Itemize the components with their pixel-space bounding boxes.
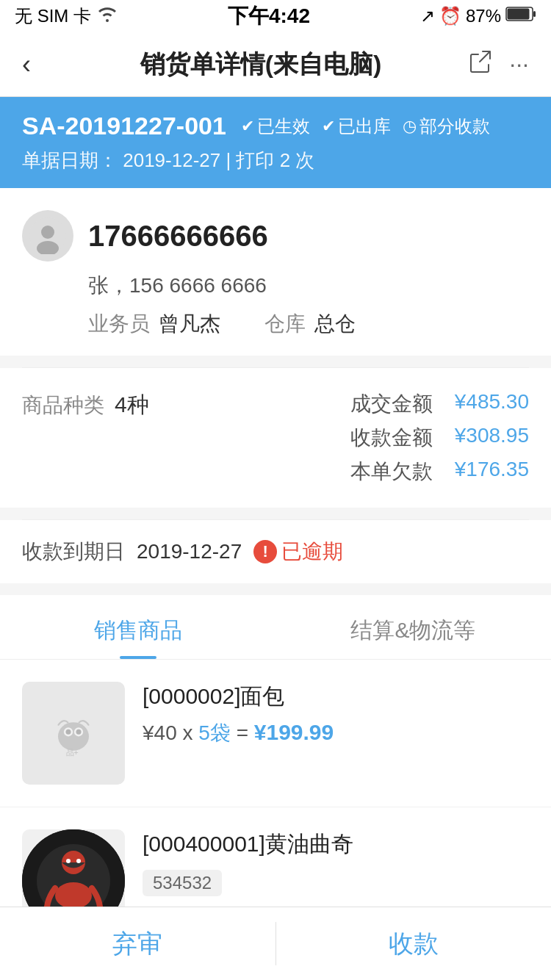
customer-phone: 17666666666 (88, 220, 268, 253)
clock-icon: ◷ (403, 117, 417, 136)
salesperson-value: 曾凡杰 (159, 310, 220, 338)
received-label: 收款金额 (350, 424, 433, 452)
warehouse-value: 总仓 (314, 310, 356, 338)
nav-bar: ‹ 销货单详情(来自电脑) ··· (0, 32, 551, 97)
status-bar-time: 下午4:42 (228, 2, 310, 30)
product-equals-1: = (237, 721, 254, 744)
overdue-icon: ! (253, 540, 277, 563)
back-button[interactable]: ‹ (22, 49, 66, 80)
tab-settlement[interactable]: 结算&物流等 (276, 595, 551, 659)
warehouse-label: 仓库 (264, 310, 306, 338)
svg-point-9 (66, 729, 71, 735)
svg-point-15 (55, 882, 92, 909)
due-date: 2019-12-27 (137, 540, 242, 563)
print-label: | 打印 (226, 149, 274, 171)
product-type-count: 商品种类 4种 (22, 390, 149, 420)
status-bar: 无 SIM 卡 下午4:42 ↗ ⏰ 87% (0, 0, 551, 32)
nav-actions: ··· (455, 48, 529, 81)
table-row: 品+ [0000002]面包 ¥40 x 5袋 = ¥199.99 (0, 660, 551, 807)
badge-effective: ✔ 已生效 (241, 115, 310, 138)
tabs-section: 销售商品 结算&物流等 (0, 595, 551, 660)
date-label: 单据日期： (22, 149, 118, 171)
status-bar-left: 无 SIM 卡 (15, 4, 118, 28)
product-details-1: [0000002]面包 ¥40 x 5袋 = ¥199.99 (143, 682, 529, 747)
tabs-row: 销售商品 结算&物流等 (0, 595, 551, 659)
badge-effective-label: 已生效 (257, 115, 310, 138)
overdue-badge: ! 已逾期 (253, 538, 343, 566)
received-value: ¥308.95 (455, 424, 529, 452)
check-icon-1: ✔ (241, 117, 254, 136)
transaction-value: ¥485.30 (455, 390, 529, 418)
stats-section: 商品种类 4种 成交金额 ¥485.30 收款金额 ¥308.95 本单欠款 ¥… (0, 368, 551, 508)
outstanding-amount: 本单欠款 ¥176.35 (350, 458, 529, 486)
date-value: 2019-12-27 (123, 149, 220, 171)
product-name-1: [0000002]面包 (143, 682, 529, 712)
svg-rect-2 (507, 9, 529, 20)
product-image-1: 品+ (22, 682, 125, 785)
financial-stats: 成交金额 ¥485.30 收款金额 ¥308.95 本单欠款 ¥176.35 (350, 390, 529, 486)
share-icon[interactable] (468, 48, 494, 81)
transaction-amount: 成交金额 ¥485.30 (350, 390, 529, 418)
warehouse-item: 仓库 总仓 (264, 310, 356, 338)
svg-point-16 (66, 859, 71, 863)
due-label: 收款到期日 (22, 538, 125, 566)
overdue-text: 已逾期 (281, 538, 343, 566)
due-section: 收款到期日 2019-12-27 ! 已逾期 (0, 520, 551, 583)
header-date: 单据日期： 2019-12-27 | 打印 2 次 (22, 148, 529, 173)
type-count: 4种 (115, 390, 149, 420)
customer-name: 张，156 6666 6666 (22, 272, 529, 300)
tab-products[interactable]: 销售商品 (0, 595, 276, 659)
header-banner: SA-20191227-001 ✔ 已生效 ✔ 已出库 ◷ 部分收款 单据日期：… (0, 97, 551, 188)
avatar (22, 210, 73, 262)
cancel-review-button[interactable]: 弃审 (0, 907, 276, 980)
product-sku-2: 534532 (143, 870, 222, 896)
badge-shipped: ✔ 已出库 (322, 115, 391, 138)
sim-status: 无 SIM 卡 (15, 4, 91, 28)
outstanding-value: ¥176.35 (455, 458, 529, 486)
product-name-2: [000400001]黄油曲奇 (143, 829, 529, 860)
product-price-1: ¥40 x 5袋 = ¥199.99 (143, 719, 529, 747)
type-label: 商品种类 (22, 392, 104, 419)
alarm-icon: ⏰ (439, 6, 461, 26)
product-total-1: ¥199.99 (254, 720, 334, 744)
order-id: SA-20191227-001 (22, 112, 226, 140)
print-suffix: 次 (295, 149, 314, 171)
svg-point-10 (76, 729, 82, 735)
customer-section: 17666666666 张，156 6666 6666 业务员 曾凡杰 仓库 总… (0, 188, 551, 356)
page-title: 销货单详情(来自电脑) (66, 48, 455, 82)
customer-meta: 业务员 曾凡杰 仓库 总仓 (22, 310, 529, 338)
salesperson-item: 业务员 曾凡杰 (88, 310, 220, 338)
print-count: 2 (280, 149, 290, 171)
received-amount: 收款金额 ¥308.95 (350, 424, 529, 452)
svg-point-4 (41, 226, 54, 239)
badge-shipped-label: 已出库 (338, 115, 391, 138)
svg-text:品+: 品+ (66, 748, 79, 757)
location-icon: ↗ (420, 6, 435, 26)
product-qty-1: 5袋 (198, 721, 231, 744)
battery-icon (505, 6, 536, 26)
badge-partial-payment: ◷ 部分收款 (403, 115, 490, 138)
more-icon[interactable]: ··· (509, 51, 529, 78)
battery-percent: 87% (466, 6, 501, 26)
product-unit-price-1: ¥40 (143, 721, 177, 744)
product-sku-container: 534532 (143, 870, 529, 896)
transaction-label: 成交金额 (350, 390, 433, 418)
check-icon-2: ✔ (322, 117, 335, 136)
collect-payment-button[interactable]: 收款 (276, 907, 552, 980)
salesperson-label: 业务员 (88, 310, 150, 338)
status-badges: ✔ 已生效 ✔ 已出库 ◷ 部分收款 (241, 115, 490, 138)
bottom-bar: 弃审 收款 (0, 907, 551, 980)
wifi-icon (97, 6, 118, 26)
status-bar-right: ↗ ⏰ 87% (420, 6, 536, 26)
outstanding-label: 本单欠款 (350, 458, 433, 486)
badge-partial-label: 部分收款 (419, 115, 490, 138)
svg-point-6 (58, 722, 89, 751)
svg-point-17 (76, 859, 81, 863)
svg-rect-1 (533, 11, 536, 17)
